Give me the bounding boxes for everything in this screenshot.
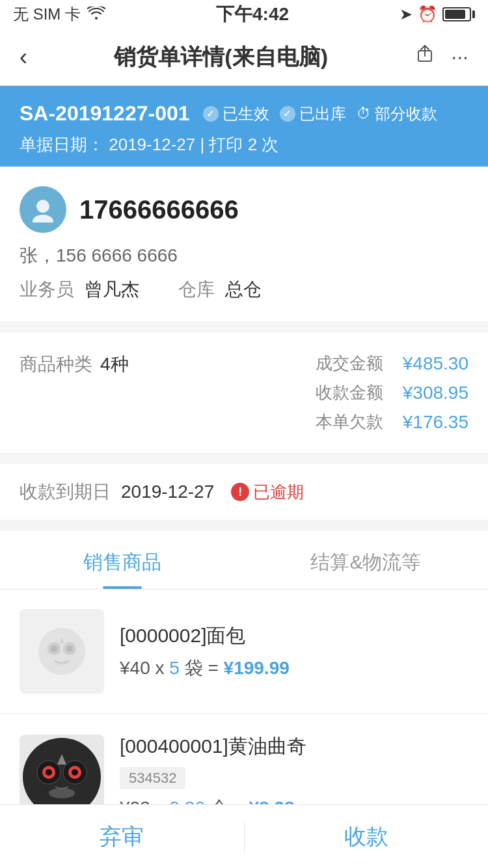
wifi-icon xyxy=(87,5,105,23)
share-icon[interactable] xyxy=(414,44,435,70)
stats-row: 商品种类 4种 成交金额 ¥485.30 收款金额 ¥308.95 本单欠款 ¥… xyxy=(20,352,468,433)
tab-settlement[interactable]: 结算&物流等 xyxy=(244,531,488,589)
due-section: 收款到期日 2019-12-27 ! 已逾期 xyxy=(0,464,488,521)
product-thumb-1 xyxy=(20,609,104,694)
order-header: SA-20191227-001 ✓ 已生效 ✓ 已出库 ⏱ 部分收款 单据日期：… xyxy=(0,86,488,167)
svg-point-1 xyxy=(36,200,49,213)
table-row: [0000002]面包 ¥40 x 5 袋 = ¥199.99 xyxy=(0,590,488,714)
status-bar: 无 SIM 卡 下午4:42 ➤ ⏰ xyxy=(0,0,488,29)
more-icon[interactable]: ··· xyxy=(451,45,468,69)
svg-point-3 xyxy=(38,628,85,675)
alarm-icon: ⏰ xyxy=(418,5,437,23)
nav-bar: ‹ 销货单详情(来自电脑) ··· xyxy=(0,29,488,86)
product-name-2: [000400001]黄油曲奇 xyxy=(120,733,468,760)
svg-point-2 xyxy=(33,215,53,223)
received-amount-row: 收款金额 ¥308.95 xyxy=(316,381,468,404)
product-list: [0000002]面包 ¥40 x 5 袋 = ¥199.99 xyxy=(0,590,488,841)
staff-name: 曾凡杰 xyxy=(85,279,139,299)
svg-point-16 xyxy=(49,788,75,798)
stats-right: 成交金额 ¥485.30 收款金额 ¥308.95 本单欠款 ¥176.35 xyxy=(316,352,468,433)
location-icon: ➤ xyxy=(400,5,413,23)
back-button[interactable]: ‹ xyxy=(20,44,27,71)
customer-section: 17666666666 张，156 6666 6666 业务员 曾凡杰 仓库 总… xyxy=(0,167,488,322)
battery-icon xyxy=(442,7,475,21)
status-badge-partial: ⏱ 部分收款 xyxy=(357,103,437,124)
page-title: 销货单详情(来自电脑) xyxy=(114,42,328,72)
stats-left: 商品种类 4种 xyxy=(20,352,129,377)
tab-products[interactable]: 销售商品 xyxy=(0,531,244,589)
check-icon-1: ✓ xyxy=(203,106,219,122)
avatar xyxy=(20,186,66,233)
svg-point-6 xyxy=(51,645,57,652)
collect-payment-button[interactable]: 收款 xyxy=(245,809,489,865)
carrier-text: 无 SIM 卡 xyxy=(13,4,81,25)
product-info-1: [0000002]面包 ¥40 x 5 袋 = ¥199.99 xyxy=(120,623,468,681)
deal-amount-row: 成交金额 ¥485.30 xyxy=(316,352,468,375)
debt-amount-row: 本单欠款 ¥176.35 xyxy=(316,411,468,433)
product-name-1: [0000002]面包 xyxy=(120,623,468,649)
stats-section: 商品种类 4种 成交金额 ¥485.30 收款金额 ¥308.95 本单欠款 ¥… xyxy=(0,332,488,454)
order-number: SA-20191227-001 xyxy=(20,102,190,126)
customer-meta: 业务员 曾凡杰 仓库 总仓 xyxy=(20,277,468,302)
customer-name-phone: 张，156 6666 6666 xyxy=(20,243,468,268)
customer-row: 17666666666 xyxy=(20,186,468,233)
status-badge-active: ✓ 已生效 xyxy=(203,103,269,124)
warehouse-info: 仓库 总仓 xyxy=(178,277,262,302)
status-left: 无 SIM 卡 xyxy=(13,4,105,25)
status-badges: ✓ 已生效 ✓ 已出库 ⏱ 部分收款 xyxy=(203,103,437,124)
nav-actions: ··· xyxy=(414,44,468,70)
abandon-audit-button[interactable]: 弃审 xyxy=(0,809,244,865)
status-right: ➤ ⏰ xyxy=(400,5,475,23)
customer-phone: 17666666666 xyxy=(79,195,239,224)
overdue-badge: ! 已逾期 xyxy=(231,481,304,504)
status-time: 下午4:42 xyxy=(216,2,289,27)
clock-icon: ⏱ xyxy=(357,105,371,122)
status-badge-shipped: ✓ 已出库 xyxy=(280,103,346,124)
tabs-container: 销售商品 结算&物流等 xyxy=(0,531,488,590)
order-date-line: 单据日期： 2019-12-27 | 打印 2 次 xyxy=(20,133,468,156)
product-price-1: ¥40 x 5 袋 = ¥199.99 xyxy=(120,656,468,681)
staff-info: 业务员 曾凡杰 xyxy=(20,277,139,302)
check-icon-2: ✓ xyxy=(280,106,295,122)
bottom-bar: 弃审 收款 xyxy=(0,804,488,868)
product-sku: 534532 xyxy=(120,767,185,789)
warehouse-name: 总仓 xyxy=(225,279,262,299)
svg-point-15 xyxy=(72,769,78,776)
overdue-icon: ! xyxy=(231,483,249,501)
svg-point-7 xyxy=(66,645,73,652)
svg-point-14 xyxy=(46,769,52,776)
